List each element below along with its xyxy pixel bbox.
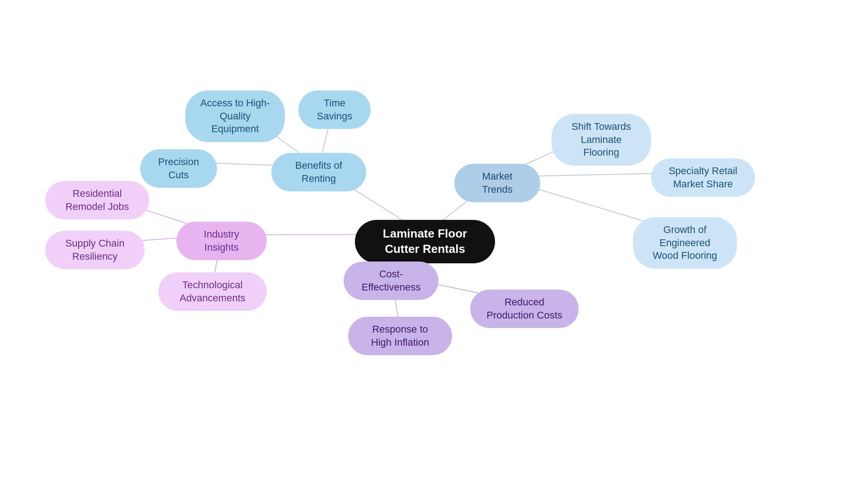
node-specialty-retail: Specialty Retail Market Share <box>651 158 755 197</box>
node-response-inflation: Response to High Inflation <box>348 317 452 355</box>
node-time-savings: Time Savings <box>298 90 371 129</box>
node-residential-remodel: Residential Remodel Jobs <box>45 181 149 219</box>
node-reduced-production: Reduced Production Costs <box>470 290 579 328</box>
node-tech-advancements: Technological Advancements <box>158 272 267 311</box>
node-precision-cuts: Precision Cuts <box>140 149 217 188</box>
node-access-equipment: Access to High-Quality Equipment <box>185 90 285 142</box>
node-growth-engineered: Growth of Engineered Wood Flooring <box>633 217 737 269</box>
node-shift-laminate: Shift Towards Laminate Flooring <box>552 114 651 166</box>
center-node: Laminate Floor Cutter Rentals <box>355 220 495 263</box>
node-market-trends: Market Trends <box>454 164 540 202</box>
node-cost-effectiveness: Cost-Effectiveness <box>344 262 439 300</box>
node-industry-insights: Industry Insights <box>176 222 267 260</box>
node-supply-chain: Supply Chain Resiliency <box>45 231 145 269</box>
node-benefits-of-renting: Benefits of Renting <box>271 153 366 191</box>
